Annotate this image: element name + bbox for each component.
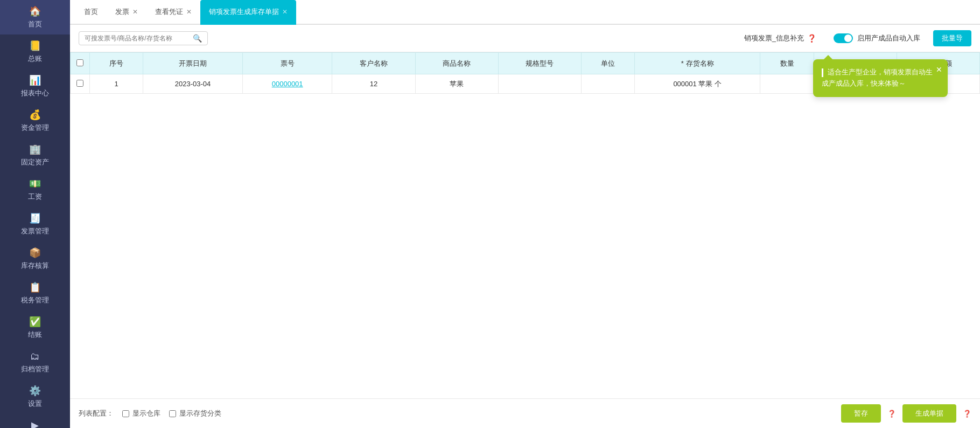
search-input[interactable] (85, 34, 190, 42)
tab-home[interactable]: 首页 (75, 0, 107, 25)
sidebar-item-guide[interactable]: ▶ 新手引导 (0, 414, 70, 428)
funds-icon: 💰 (29, 109, 41, 121)
tab-stock-doc-close[interactable]: ✕ (282, 8, 288, 16)
sidebar-item-payroll[interactable]: 💵 工资 (0, 172, 70, 207)
sidebar-item-ledger[interactable]: 📒 总账 (0, 34, 70, 69)
generate-help-icon[interactable]: ❓ (963, 410, 971, 418)
search-icon: 🔍 (193, 34, 202, 43)
tooltip-text: 适合生产型企业，销项发票自动生成产成品入库，快来体验～ (822, 68, 933, 87)
row-date: 2023-03-04 (143, 74, 243, 94)
th-spec: 规格型号 (498, 53, 581, 74)
ledger-icon: 📒 (29, 40, 41, 52)
sidebar: 🏠 首页 📒 总账 📊 报表中心 💰 资金管理 🏢 固定资产 💵 工资 🧾 发票… (0, 0, 70, 428)
save-button[interactable]: 暂存 (841, 404, 881, 423)
bottom-bar: 列表配置： 显示仓库 显示存货分类 暂存 ❓ 生成单据 ❓ (70, 398, 980, 428)
tab-voucher-close[interactable]: ✕ (186, 8, 192, 16)
sidebar-item-home[interactable]: 🏠 首页 (0, 0, 70, 34)
tab-invoice-label: 发票 (115, 7, 129, 17)
tab-invoice-close[interactable]: ✕ (132, 8, 138, 16)
list-config-label: 列表配置： (79, 409, 114, 418)
toolbar: 🔍 销项发票_信息补充 ❓ 启用产成品自动入库 批量导 (70, 25, 980, 52)
info-help-icon[interactable]: ❓ (807, 34, 816, 43)
show-warehouse-checkbox[interactable] (122, 410, 129, 417)
row-product: 苹果 (415, 74, 498, 94)
sidebar-item-label: 归档管理 (21, 364, 49, 374)
toggle-label: 启用产成品自动入库 (857, 33, 920, 43)
tooltip-close-button[interactable]: ✕ (936, 64, 942, 75)
bottom-actions: 暂存 ❓ 生成单据 ❓ (841, 404, 971, 423)
archive-icon: 🗂 (29, 350, 41, 362)
sidebar-item-assets[interactable]: 🏢 固定资产 (0, 138, 70, 172)
row-spec (498, 74, 581, 94)
row-inventory[interactable]: 000001 苹果 个 (634, 74, 760, 94)
batch-button[interactable]: 批量导 (933, 30, 971, 46)
sidebar-item-settings[interactable]: ⚙️ 设置 (0, 379, 70, 414)
row-ticket[interactable]: 00000001 (242, 74, 332, 94)
th-customer: 客户名称 (332, 53, 415, 74)
row-seq: 1 (90, 74, 143, 94)
sidebar-item-funds[interactable]: 💰 资金管理 (0, 103, 70, 138)
th-ticket: 票号 (242, 53, 332, 74)
home-icon: 🏠 (29, 5, 41, 17)
show-warehouse-option[interactable]: 显示仓库 (122, 409, 160, 418)
tab-invoice[interactable]: 发票 ✕ (107, 0, 146, 25)
guide-icon: ▶ (29, 419, 41, 428)
th-date: 开票日期 (143, 53, 243, 74)
sidebar-item-label: 库存核算 (21, 261, 49, 271)
sidebar-item-tax[interactable]: 📋 税务管理 (0, 276, 70, 310)
select-all-checkbox[interactable] (76, 59, 83, 66)
row-checkbox[interactable] (76, 80, 83, 87)
sidebar-item-label: 首页 (28, 19, 42, 29)
sidebar-item-inventory[interactable]: 📦 库存核算 (0, 241, 70, 276)
show-category-option[interactable]: 显示存货分类 (169, 409, 221, 418)
search-box[interactable]: 🔍 (79, 31, 208, 45)
info-label-text: 销项发票_信息补充 (744, 33, 804, 43)
tax-icon: 📋 (29, 281, 41, 293)
close-icon: ✅ (29, 316, 41, 328)
sidebar-item-label: 税务管理 (21, 295, 49, 305)
main-area: 首页 发票 ✕ 查看凭证 ✕ 销项发票生成库存单据 ✕ 🔍 销项发票_信息补充 … (70, 0, 980, 428)
save-help-icon[interactable]: ❓ (887, 410, 896, 418)
tab-voucher[interactable]: 查看凭证 ✕ (146, 0, 200, 25)
page-content: 🔍 销项发票_信息补充 ❓ 启用产成品自动入库 批量导 (70, 25, 980, 428)
row-unit (581, 74, 634, 94)
sidebar-item-reports[interactable]: 📊 报表中心 (0, 69, 70, 103)
sidebar-item-close[interactable]: ✅ 结账 (0, 310, 70, 345)
sidebar-item-archive[interactable]: 🗂 归档管理 (0, 345, 70, 379)
show-category-checkbox[interactable] (169, 410, 176, 417)
row-qty (760, 74, 814, 94)
inventory-icon: 📦 (29, 247, 41, 259)
th-qty: 数量 (760, 53, 814, 74)
assets-icon: 🏢 (29, 143, 41, 155)
tooltip-popup: ✕ 适合生产型企业，销项发票自动生成产成品入库，快来体验～ (813, 59, 948, 97)
settings-icon: ⚙️ (29, 385, 41, 397)
th-product: 商品名称 (415, 53, 498, 74)
info-label: 销项发票_信息补充 ❓ (744, 33, 816, 43)
tooltip-pipe (822, 68, 823, 77)
tab-stock-doc[interactable]: 销项发票生成库存单据 ✕ (200, 0, 296, 25)
tab-stock-doc-label: 销项发票生成库存单据 (209, 7, 279, 17)
show-warehouse-label: 显示仓库 (132, 409, 160, 418)
th-seq: 序号 (90, 53, 143, 74)
th-select-all[interactable] (71, 53, 90, 74)
tab-voucher-label: 查看凭证 (155, 7, 183, 17)
generate-button[interactable]: 生成单据 (902, 404, 956, 423)
row-select[interactable] (71, 74, 90, 94)
sidebar-item-label: 工资 (28, 192, 42, 202)
toggle-section: 启用产成品自动入库 (834, 33, 920, 43)
sidebar-item-label: 报表中心 (21, 88, 49, 98)
sidebar-item-label: 发票管理 (21, 226, 49, 236)
reports-icon: 📊 (29, 74, 41, 86)
show-category-label: 显示存货分类 (179, 409, 221, 418)
tab-bar: 首页 发票 ✕ 查看凭证 ✕ 销项发票生成库存单据 ✕ (70, 0, 980, 25)
sidebar-item-label: 总账 (28, 54, 42, 64)
tab-home-label: 首页 (84, 7, 98, 17)
invoice-icon: 🧾 (29, 212, 41, 224)
sidebar-item-label: 固定资产 (21, 157, 49, 167)
auto-warehouse-toggle[interactable] (834, 33, 853, 43)
sidebar-item-label: 结账 (28, 330, 42, 340)
sidebar-item-invoice[interactable]: 🧾 发票管理 (0, 207, 70, 241)
row-customer: 12 (332, 74, 415, 94)
sidebar-item-label: 设置 (28, 399, 42, 409)
payroll-icon: 💵 (29, 178, 41, 190)
